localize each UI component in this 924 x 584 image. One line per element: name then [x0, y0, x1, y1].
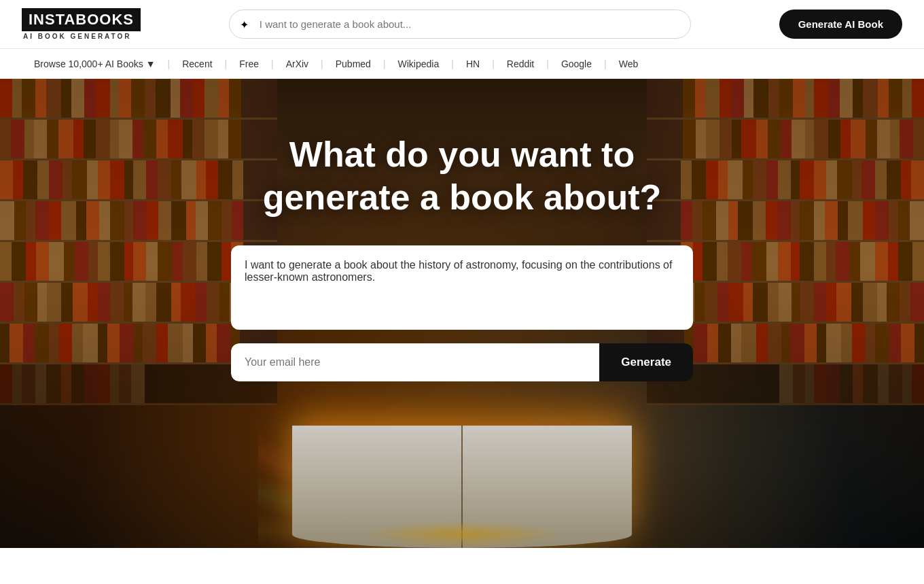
nav-item-reddit[interactable]: Reddit — [495, 49, 546, 78]
nav-item-pubmed[interactable]: Pubmed — [323, 49, 383, 78]
nav-item-google[interactable]: Google — [549, 49, 604, 78]
hero-generate-button[interactable]: Generate — [599, 343, 693, 381]
hero-section: What do you want to generate a book abou… — [0, 79, 924, 548]
search-input[interactable] — [229, 10, 691, 39]
nav-item-web[interactable]: Web — [607, 49, 651, 78]
nav-item-hn[interactable]: HN — [454, 49, 492, 78]
email-input[interactable] — [231, 343, 599, 381]
logo-sub: AI BOOK GENERATOR — [22, 33, 132, 40]
search-bar-wrap: ✦ — [229, 10, 691, 39]
header-generate-button[interactable]: Generate AI Book — [779, 10, 902, 39]
chevron-down-icon: ▼ — [146, 58, 156, 69]
hero-textarea-wrap: I want to generate a book about the hist… — [231, 245, 693, 330]
nav-item-recent[interactable]: Recent — [170, 49, 224, 78]
nav-item-arxiv[interactable]: ArXiv — [274, 49, 321, 78]
nav-item-browse[interactable]: Browse 10,000+ AI Books ▼ — [22, 49, 168, 78]
logo-main: INSTABOOKS — [22, 8, 141, 31]
hero-action-row: Generate — [231, 343, 693, 381]
hero-content: What do you want to generate a book abou… — [0, 79, 924, 548]
nav-bar: Browse 10,000+ AI Books ▼ | Recent | Fre… — [0, 49, 924, 79]
nav-item-wikipedia[interactable]: Wikipedia — [386, 49, 452, 78]
nav-item-free[interactable]: Free — [227, 49, 271, 78]
hero-title: What do you want to generate a book abou… — [263, 133, 662, 218]
logo[interactable]: INSTABOOKS AI BOOK GENERATOR — [22, 8, 141, 40]
sparkle-icon: ✦ — [240, 18, 249, 31]
hero-textarea[interactable]: I want to generate a book about the hist… — [245, 259, 679, 313]
header: INSTABOOKS AI BOOK GENERATOR ✦ Generate … — [0, 0, 924, 49]
